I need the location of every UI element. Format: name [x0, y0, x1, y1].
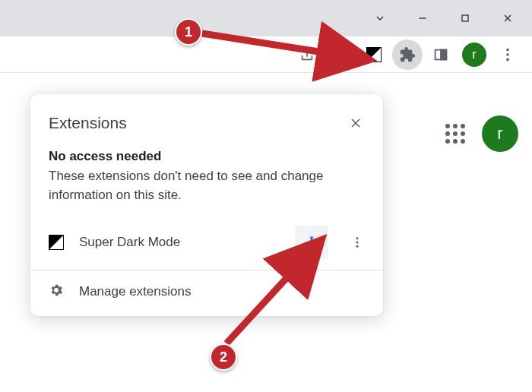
popup-description: These extensions don't need to see and c… [49, 167, 365, 204]
annotation-badge-1: 1 [175, 18, 202, 46]
window-maximize-button[interactable] [444, 0, 486, 36]
extensions-popup: Extensions No access needed These extens… [30, 94, 383, 316]
extension-item-icon [49, 235, 64, 250]
manage-extensions-row[interactable]: Manage extensions [30, 270, 383, 313]
popup-subtitle: No access needed [49, 149, 365, 164]
manage-extensions-label: Manage extensions [79, 284, 191, 299]
page-profile-avatar[interactable]: r [482, 115, 518, 152]
popup-title: Extensions [49, 114, 127, 132]
window-titlebar [0, 0, 532, 36]
svg-point-7 [506, 48, 509, 51]
extension-dark-mode-icon[interactable] [359, 40, 389, 70]
extension-pin-button[interactable] [295, 226, 328, 259]
popup-close-button[interactable] [340, 108, 371, 138]
annotation-badge-2: 2 [210, 343, 237, 371]
window-tab-dropdown-icon[interactable] [359, 0, 401, 36]
svg-rect-1 [462, 15, 468, 21]
extension-item-name: Super Dark Mode [79, 235, 280, 250]
popup-header: Extensions [30, 94, 383, 146]
window-close-button[interactable] [486, 0, 529, 36]
svg-point-8 [506, 53, 509, 56]
page-header-right: r [445, 115, 518, 152]
browser-menu-icon[interactable] [492, 40, 523, 70]
svg-point-9 [506, 58, 509, 61]
share-icon[interactable] [292, 40, 322, 70]
gear-icon [49, 283, 64, 301]
google-apps-icon[interactable] [445, 124, 465, 144]
svg-point-12 [356, 238, 359, 240]
extension-more-icon[interactable] [344, 236, 371, 249]
window-minimize-button[interactable] [401, 0, 444, 36]
svg-rect-6 [441, 49, 446, 59]
profile-avatar[interactable]: r [462, 43, 486, 67]
page-profile-avatar-letter: r [497, 124, 502, 144]
side-panel-icon[interactable] [426, 40, 456, 70]
popup-body: No access needed These extensions don't … [30, 149, 383, 215]
extension-row[interactable]: Super Dark Mode [30, 215, 383, 270]
svg-marker-4 [334, 48, 347, 60]
browser-toolbar: r [0, 36, 532, 73]
svg-point-14 [356, 245, 359, 248]
svg-point-13 [356, 242, 359, 244]
profile-avatar-letter: r [472, 48, 476, 62]
extensions-puzzle-icon[interactable] [392, 40, 423, 70]
bookmark-star-icon[interactable] [325, 40, 356, 70]
page-content: r Extensions No access needed These exte… [0, 73, 532, 392]
